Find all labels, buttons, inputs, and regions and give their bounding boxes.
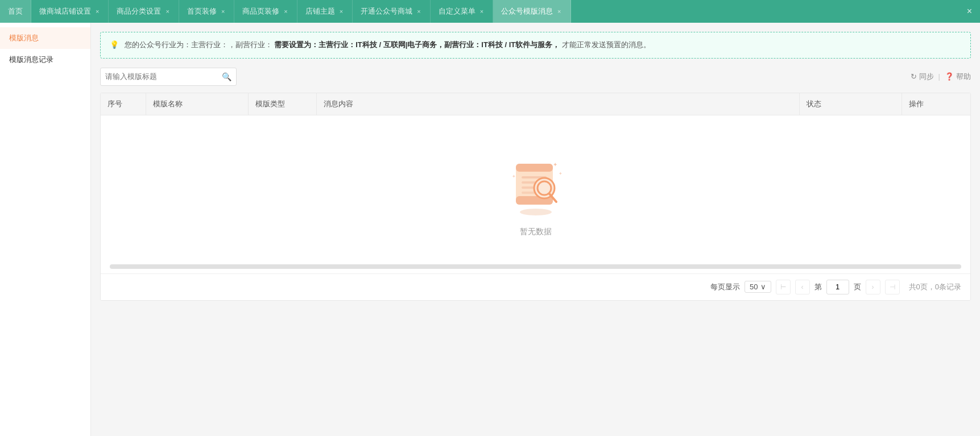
nav-tab-close-8[interactable]: × (556, 7, 562, 15)
th-5: 操作 (902, 93, 970, 115)
data-table: 序号模版名称模版类型消息内容状态操作 (100, 93, 971, 301)
sidebar-item-0[interactable]: 模版消息 (0, 27, 90, 49)
nav-tab-1[interactable]: 微商城店铺设置× (31, 0, 109, 23)
nav-tab-7[interactable]: 自定义菜单× (431, 0, 493, 23)
svg-text:✦: ✦ (559, 171, 563, 176)
nav-tab-6[interactable]: 开通公众号商城× (353, 0, 430, 23)
sidebar-item-1[interactable]: 模版消息记录 (0, 49, 90, 70)
nav-tab-close-6[interactable]: × (416, 7, 421, 15)
svg-text:✦: ✦ (512, 174, 516, 179)
nav-tab-8[interactable]: 公众号模版消息× (493, 0, 570, 23)
horizontal-scrollbar[interactable] (110, 264, 961, 269)
table-header: 序号模版名称模版类型消息内容状态操作 (101, 93, 970, 115)
pagination-bar: 每页显示 50 ∨ ⊢ ‹ 第 页 › ⊣ 共0页，0条记录 (101, 273, 970, 300)
nav-tab-3[interactable]: 首页装修× (179, 0, 234, 23)
nav-tab-close-4[interactable]: × (283, 7, 288, 15)
content-area: 💡 您的公众号行业为：主营行业：，副营行业： 需要设置为：主营行业：IT科技 /… (91, 23, 980, 436)
page-prev-button[interactable]: ‹ (795, 280, 810, 294)
page-number-input[interactable] (826, 280, 849, 294)
th-4: 状态 (800, 93, 902, 115)
page-total: 共0页，0条记录 (909, 282, 961, 292)
page-first-button[interactable]: ⊢ (776, 280, 791, 294)
page-size-select[interactable]: 50 ∨ (745, 281, 771, 293)
th-3: 消息内容 (317, 93, 800, 115)
notice-highlight: 需要设置为：主营行业：IT科技 / 互联网|电子商务，副营行业：IT科技 / I… (274, 40, 560, 49)
search-icon[interactable]: 🔍 (222, 72, 231, 81)
help-label: 帮助 (956, 72, 971, 82)
notice-box: 💡 您的公众号行业为：主营行业：，副营行业： 需要设置为：主营行业：IT科技 /… (100, 32, 971, 59)
sync-button[interactable]: ↻ 同步 (911, 72, 934, 82)
notice-prefix: 您的公众号行业为：主营行业：，副营行业： (125, 40, 272, 49)
page-size-value: 50 (750, 283, 758, 291)
search-input-wrap: 🔍 (100, 68, 237, 86)
notice-icon: 💡 (110, 40, 119, 49)
empty-text: 暂无数据 (520, 227, 552, 237)
top-nav: 首页微商城店铺设置×商品分类设置×首页装修×商品页装修×店铺主题×开通公众号商城… (0, 0, 980, 23)
help-button[interactable]: ❓ 帮助 (945, 72, 971, 82)
page-last-button[interactable]: ⊣ (885, 280, 900, 294)
nav-tab-0[interactable]: 首页 (0, 0, 31, 23)
toolbar-right: ↻ 同步 | ❓ 帮助 (911, 72, 971, 82)
nav-tab-2[interactable]: 商品分类设置× (109, 0, 179, 23)
page-next-button[interactable]: › (866, 280, 880, 294)
nav-tab-close-1[interactable]: × (94, 7, 100, 15)
page-size-label: 每页显示 (710, 282, 740, 292)
svg-point-0 (520, 209, 552, 215)
nav-tab-close-2[interactable]: × (164, 7, 170, 15)
empty-icon: ✦ ✦ ✦ (502, 150, 570, 218)
nav-tab-4[interactable]: 商品页装修× (234, 0, 297, 23)
sync-icon: ↻ (911, 72, 917, 81)
page-label: 页 (854, 282, 861, 292)
notice-suffix: 才能正常发送预置的消息。 (562, 40, 651, 49)
nav-tab-5[interactable]: 店铺主题× (297, 0, 353, 23)
sidebar: 模版消息模版消息记录 (0, 23, 91, 436)
sync-label: 同步 (919, 72, 934, 82)
nav-tab-close-7[interactable]: × (479, 7, 485, 15)
help-icon: ❓ (945, 72, 954, 81)
th-0: 序号 (101, 93, 146, 115)
close-all-button[interactable]: × (959, 0, 980, 23)
svg-text:✦: ✦ (553, 161, 557, 168)
page-size-dropdown-icon: ∨ (760, 283, 766, 291)
page-first-label: 第 (814, 282, 822, 292)
th-1: 模版名称 (146, 93, 249, 115)
search-input[interactable] (105, 72, 222, 81)
toolbar-divider: | (938, 72, 940, 81)
svg-rect-2 (516, 164, 553, 172)
th-2: 模版类型 (249, 93, 317, 115)
scrollbar-area (101, 260, 970, 273)
main-layout: 模版消息模版消息记录 💡 您的公众号行业为：主营行业：，副营行业： 需要设置为：… (0, 23, 980, 436)
nav-tab-close-3[interactable]: × (220, 7, 226, 15)
nav-tab-close-5[interactable]: × (338, 7, 344, 15)
search-bar: 🔍 ↻ 同步 | ❓ 帮助 (100, 68, 971, 86)
empty-state: ✦ ✦ ✦ 暂无数据 (101, 115, 970, 260)
